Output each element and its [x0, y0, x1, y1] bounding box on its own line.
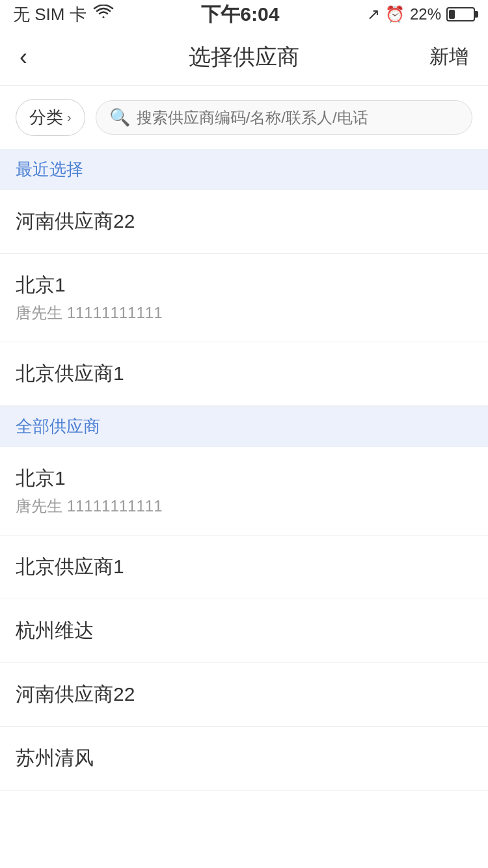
item-name: 北京1 [16, 272, 472, 299]
item-name: 北京供应商1 [16, 360, 472, 387]
search-icon: 🔍 [109, 107, 130, 128]
location-icon: ↗ [367, 5, 380, 23]
battery-icon [446, 7, 475, 21]
alarm-icon: ⏰ [385, 5, 405, 23]
item-name: 河南供应商22 [16, 208, 472, 235]
recent-list-item[interactable]: 北京1唐先生 11111111111 [0, 254, 488, 342]
status-bar: 无 SIM 卡 下午6:04 ↗ ⏰ 22% [0, 0, 488, 29]
recent-items-list: 河南供应商22北京1唐先生 11111111111北京供应商1 [0, 190, 488, 406]
category-label: 分类 [29, 106, 63, 129]
recent-list-item[interactable]: 河南供应商22 [0, 190, 488, 254]
wifi-icon [93, 5, 114, 25]
back-button[interactable]: ‹ [13, 37, 34, 77]
status-time: 下午6:04 [201, 1, 279, 28]
filter-bar: 分类 › 🔍 [0, 86, 488, 149]
all-section-label: 全部供应商 [16, 416, 100, 436]
chevron-right-icon: › [67, 110, 72, 125]
search-box[interactable]: 🔍 [96, 100, 472, 135]
all-section-header: 全部供应商 [0, 406, 488, 447]
item-name: 北京供应商1 [16, 554, 472, 580]
search-input[interactable] [137, 109, 459, 127]
recent-section-label: 最近选择 [16, 159, 83, 179]
item-sub: 唐先生 11111111111 [16, 303, 472, 323]
all-list-item[interactable]: 河南供应商22 [0, 663, 488, 727]
no-sim-text: 无 SIM 卡 [13, 3, 87, 26]
all-list-item[interactable]: 北京供应商1 [0, 536, 488, 599]
recent-section-header: 最近选择 [0, 149, 488, 190]
category-button[interactable]: 分类 › [16, 99, 85, 136]
page-title: 选择供应商 [189, 42, 299, 72]
all-list-item[interactable]: 北京1唐先生 11111111111 [0, 447, 488, 536]
battery-percent: 22% [410, 5, 441, 23]
all-items-list: 北京1唐先生 11111111111北京供应商1杭州维达河南供应商22苏州清风 [0, 447, 488, 791]
item-name: 杭州维达 [16, 617, 472, 644]
status-right: ↗ ⏰ 22% [367, 5, 475, 23]
status-left: 无 SIM 卡 [13, 3, 114, 26]
item-name: 河南供应商22 [16, 681, 472, 708]
all-list-item[interactable]: 苏州清风 [0, 727, 488, 791]
item-sub: 唐先生 11111111111 [16, 496, 472, 517]
nav-bar: ‹ 选择供应商 新增 [0, 29, 488, 86]
item-name: 北京1 [16, 465, 472, 492]
recent-list-item[interactable]: 北京供应商1 [0, 342, 488, 406]
add-button[interactable]: 新增 [429, 44, 468, 70]
all-list-item[interactable]: 杭州维达 [0, 599, 488, 663]
item-name: 苏州清风 [16, 745, 472, 772]
